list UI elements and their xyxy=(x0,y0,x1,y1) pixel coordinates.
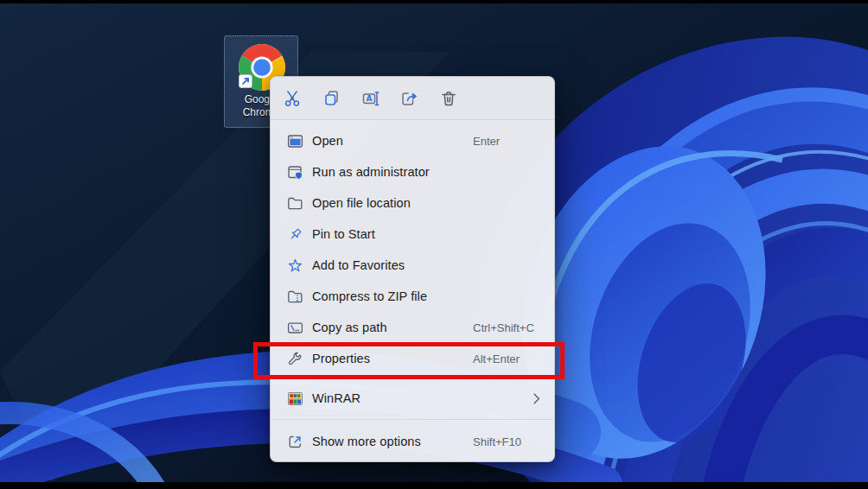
menu-item-pin-to-start[interactable]: Pin to Start xyxy=(271,219,554,250)
menu-item-run-as-administrator[interactable]: Run as administrator xyxy=(271,156,554,187)
shortcut-arrow-icon xyxy=(239,74,252,88)
desktop: Google Chrome A xyxy=(0,0,868,489)
menu-item-label: Show more options xyxy=(312,435,421,448)
pin-icon xyxy=(286,225,303,243)
menu-item-compress-to-zip[interactable]: Compress to ZIP file xyxy=(271,281,554,312)
admin-shield-icon xyxy=(286,163,303,181)
menu-item-shortcut: Enter xyxy=(473,135,500,148)
wrench-icon xyxy=(286,350,303,367)
menu-item-label: Open file location xyxy=(312,196,411,210)
menu-item-label: Properties xyxy=(312,352,370,365)
context-menu: A xyxy=(270,76,555,462)
menu-item-label: Pin to Start xyxy=(312,227,375,241)
context-menu-items: Open Enter Run as administrator xyxy=(271,120,554,457)
menu-item-label: Compress to ZIP file xyxy=(312,289,427,303)
menu-item-add-to-favorites[interactable]: Add to Favorites xyxy=(271,250,554,281)
show-more-icon xyxy=(286,433,303,450)
copy-icon[interactable] xyxy=(317,82,347,115)
menu-item-copy-as-path[interactable]: Copy as path Ctrl+Shift+C xyxy=(271,312,554,343)
context-menu-toolbar: A xyxy=(271,77,554,120)
delete-icon[interactable] xyxy=(434,82,463,115)
folder-icon xyxy=(286,194,303,212)
cut-icon[interactable] xyxy=(278,82,308,115)
menu-item-label: Open xyxy=(312,134,343,148)
menu-item-open[interactable]: Open Enter xyxy=(271,125,554,156)
winrar-icon xyxy=(286,390,303,407)
menu-item-label: Copy as path xyxy=(312,321,387,334)
menu-item-shortcut: Shift+F10 xyxy=(473,435,521,448)
menu-item-properties[interactable]: Properties Alt+Enter xyxy=(271,343,554,374)
menu-item-shortcut: Ctrl+Shift+C xyxy=(473,321,534,334)
share-icon[interactable] xyxy=(395,82,424,115)
menu-spacer xyxy=(271,374,554,383)
menu-item-open-file-location[interactable]: Open file location xyxy=(271,187,554,219)
menu-item-label: Add to Favorites xyxy=(312,258,405,272)
menu-item-label: WinRAR xyxy=(312,391,361,405)
menu-separator xyxy=(271,419,553,420)
menu-item-winrar[interactable]: WinRAR xyxy=(271,383,554,414)
rename-icon[interactable]: A xyxy=(356,82,386,115)
open-window-icon xyxy=(286,132,303,149)
path-icon xyxy=(286,319,303,336)
star-icon xyxy=(286,257,303,274)
svg-text:A: A xyxy=(367,94,373,103)
zip-folder-icon xyxy=(286,288,303,305)
menu-item-show-more-options[interactable]: Show more options Shift+F10 xyxy=(271,426,554,457)
menu-item-label: Run as administrator xyxy=(312,165,430,179)
menu-item-shortcut: Alt+Enter xyxy=(473,352,520,365)
submenu-chevron-icon xyxy=(533,393,540,407)
